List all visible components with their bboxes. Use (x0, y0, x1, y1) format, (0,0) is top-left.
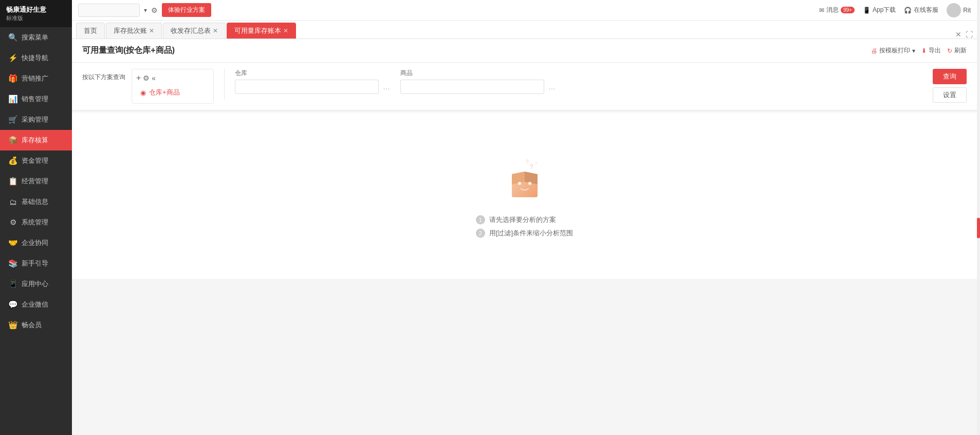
sidebar-item-label: 基础信息 (22, 197, 48, 206)
add-scheme-icon[interactable]: + (136, 73, 141, 83)
settings-scheme-icon[interactable]: ⚙ (143, 74, 150, 82)
flash-icon: ⚡ (8, 53, 17, 63)
tab-available-qty-close-icon[interactable]: ✕ (283, 27, 288, 34)
sidebar-header: 畅康通好生意 标准版 (0, 0, 72, 27)
search-icon: 🔍 (8, 33, 17, 42)
tab-home[interactable]: 首页 (76, 23, 105, 39)
svg-text:?: ? (526, 159, 529, 165)
sidebar-item-inventory[interactable]: 📦 库存核算 (0, 130, 72, 150)
sidebar-item-label: 快捷导航 (22, 53, 48, 63)
gift-icon: 🎁 (8, 74, 17, 83)
filter-fields: 仓库 … 商品 … (235, 69, 927, 94)
tab-batch-account[interactable]: 库存批次账 ✕ (106, 23, 162, 39)
topbar-search-input[interactable] (78, 4, 140, 17)
wechat-icon: 💬 (8, 300, 17, 309)
sidebar-item-purchase[interactable]: 🛒 采购管理 (0, 109, 72, 130)
refresh-button[interactable]: ↻ 刷新 (947, 46, 967, 55)
topbar-gear-icon[interactable]: ⚙ (151, 6, 158, 14)
clipboard-icon: 📋 (8, 177, 17, 186)
expand-icon[interactable]: ⛶ (966, 30, 973, 39)
avatar (947, 3, 961, 17)
print-template-button[interactable]: 🖨 按模板打印 ▾ (871, 46, 915, 55)
page-header: 可用量查询(按仓库+商品) 🖨 按模板打印 ▾ ⬇ 导出 ↻ 刷新 (72, 39, 977, 63)
settings-button[interactable]: 设置 (933, 87, 967, 103)
sidebar-item-label: 经营管理 (22, 177, 48, 186)
warehouse-input[interactable] (235, 80, 379, 94)
export-label: 导出 (929, 46, 941, 55)
tab-recv-summary-label: 收发存汇总表 (171, 26, 211, 35)
query-button[interactable]: 查询 (933, 69, 967, 84)
sidebar-item-vip[interactable]: 👑 畅会员 (0, 315, 72, 335)
sidebar-item-enterprise[interactable]: 🤝 企业协同 (0, 233, 72, 253)
product-more-icon[interactable]: … (546, 81, 558, 93)
svg-text:?: ? (535, 161, 538, 166)
refresh-label: 刷新 (954, 46, 967, 55)
sidebar-item-finance[interactable]: 💰 资金管理 (0, 150, 72, 171)
tab-recv-summary[interactable]: 收发存汇总表 ✕ (163, 23, 226, 39)
chart-icon: 📊 (8, 94, 17, 104)
scrollbar-thumb[interactable] (977, 218, 980, 238)
app-download-button[interactable]: 📱 App下载 (863, 6, 896, 14)
industry-solution-button[interactable]: 体验行业方案 (162, 3, 211, 17)
sidebar-item-quick-nav[interactable]: ⚡ 快捷导航 (0, 48, 72, 68)
sidebar-item-label: 应用中心 (22, 279, 48, 289)
sidebar-item-operations[interactable]: 📋 经营管理 (0, 171, 72, 192)
sidebar-item-basic-info[interactable]: 🗂 基础信息 (0, 192, 72, 212)
sidebar-item-marketing[interactable]: 🎁 营销推广 (0, 68, 72, 89)
filter-scheme-item-warehouse-product[interactable]: ◉ 仓库+商品 (136, 86, 209, 99)
user-name: Rit (963, 7, 971, 14)
warehouse-field: 仓库 … (235, 69, 392, 94)
filter-scheme-panel: + ⚙ « ◉ 仓库+商品 (132, 69, 214, 104)
sidebar-item-app-center[interactable]: 📱 应用中心 (0, 274, 72, 294)
print-icon: 🖨 (871, 47, 877, 54)
tab-available-qty[interactable]: 可用量库存账本 ✕ (227, 23, 296, 39)
empty-tip-1: 1 请先选择要分析的方案 (476, 215, 573, 224)
tip-num-1: 1 (476, 215, 485, 224)
page-title: 可用量查询(按仓库+商品) (82, 45, 175, 56)
app-download-label: App下载 (873, 6, 896, 14)
dropdown-arrow-icon[interactable]: ▾ (144, 7, 147, 14)
main-content: ▾ ⚙ 体验行业方案 ✉ 消息 99+ 📱 App下载 🎧 在线客服 (72, 0, 977, 435)
sidebar-item-label: 资金管理 (22, 156, 48, 165)
topbar-right: ✉ 消息 99+ 📱 App下载 🎧 在线客服 Rit (819, 3, 971, 17)
empty-tip-2: 2 用[过滤]条件来缩小分析范围 (476, 229, 573, 238)
message-button[interactable]: ✉ 消息 99+ (819, 6, 855, 14)
product-field: 商品 … (400, 69, 558, 94)
sidebar-item-system[interactable]: ⚙ 系统管理 (0, 212, 72, 233)
product-field-label: 商品 (400, 69, 558, 78)
sidebar-item-newcomer[interactable]: 📚 新手引导 (0, 253, 72, 274)
online-service-label: 在线客服 (914, 6, 938, 14)
sidebar-item-sales[interactable]: 📊 销售管理 (0, 89, 72, 109)
message-icon: ✉ (819, 7, 824, 14)
right-scrollbar[interactable] (977, 0, 980, 435)
filter-action-buttons: 查询 设置 (933, 69, 967, 103)
tip-1-text: 请先选择要分析的方案 (489, 215, 556, 224)
sidebar-menu: 🔍 搜索菜单 ⚡ 快捷导航 🎁 营销推广 📊 销售管理 🛒 采购管理 📦 (0, 27, 72, 435)
refresh-icon: ↻ (947, 47, 952, 54)
tab-home-label: 首页 (84, 26, 97, 35)
collapse-scheme-icon[interactable]: « (152, 74, 156, 82)
product-input[interactable] (400, 80, 544, 94)
mobile-icon: 📱 (8, 279, 17, 289)
warehouse-field-input: … (235, 80, 392, 94)
warehouse-more-icon[interactable]: … (381, 81, 392, 93)
product-field-input: … (400, 80, 558, 94)
sidebar-item-label: 新手引导 (22, 259, 48, 268)
company-name: 畅康通好生意 (6, 5, 66, 14)
crown-icon: 👑 (8, 320, 17, 330)
online-service-button[interactable]: 🎧 在线客服 (904, 6, 938, 14)
svg-text:?: ? (530, 163, 533, 171)
sidebar-item-search[interactable]: 🔍 搜索菜单 (0, 27, 72, 48)
tab-batch-account-close-icon[interactable]: ✕ (149, 27, 154, 34)
tab-recv-summary-close-icon[interactable]: ✕ (213, 27, 218, 34)
close-all-tabs-icon[interactable]: ✕ (955, 30, 961, 39)
sidebar-item-label: 营销推广 (22, 74, 48, 83)
export-button[interactable]: ⬇ 导出 (921, 46, 941, 55)
sidebar: 畅康通好生意 标准版 🔍 搜索菜单 ⚡ 快捷导航 🎁 营销推广 📊 销售管理 (0, 0, 72, 435)
user-menu[interactable]: Rit (947, 3, 971, 17)
print-dropdown-icon[interactable]: ▾ (912, 47, 915, 54)
sidebar-item-wechat[interactable]: 💬 企业微信 (0, 294, 72, 315)
edition-label: 标准版 (6, 14, 66, 22)
sidebar-item-label: 采购管理 (22, 115, 48, 124)
empty-illustration: ? ? ? (499, 154, 550, 205)
